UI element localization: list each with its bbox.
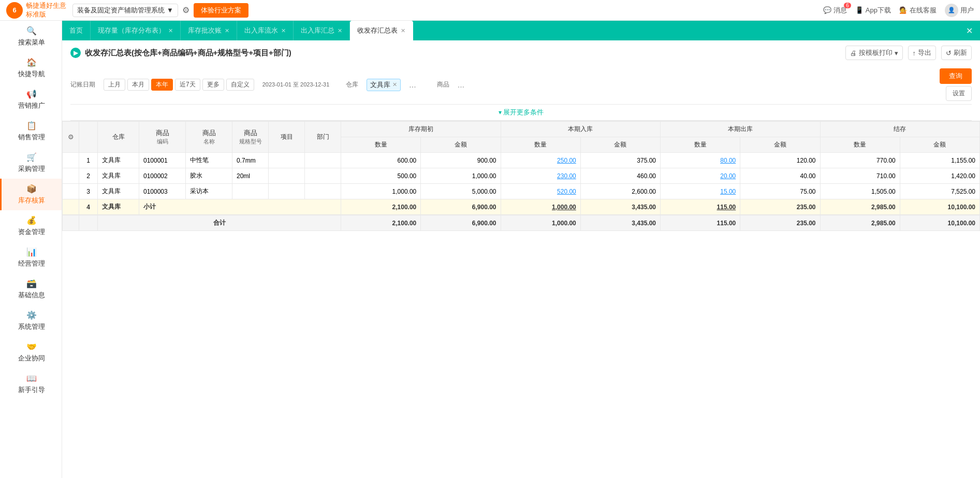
col-dept-header: 部门 xyxy=(305,122,341,153)
sidebar-item-guide[interactable]: 📖 新手引导 xyxy=(0,368,62,400)
row-out-amt: 75.00 xyxy=(740,184,820,199)
collapse-button[interactable]: ▶ xyxy=(70,48,81,58)
date-btn-last-month[interactable]: 上月 xyxy=(104,79,125,91)
date-btn-this-year[interactable]: 本年 xyxy=(151,79,173,91)
chevron-down-icon: ▾ xyxy=(895,49,898,57)
row-out-qty[interactable]: 80.00 xyxy=(661,153,740,168)
close-icon[interactable]: ✕ xyxy=(338,27,342,34)
settings-button[interactable]: 设置 xyxy=(946,86,972,101)
subtotal-warehouse: 文具库 xyxy=(98,199,139,215)
tab-flow[interactable]: 出入库流水 ✕ xyxy=(237,21,294,40)
row-in-amt: 2,600.00 xyxy=(580,184,660,199)
row-opening-qty: 600.00 xyxy=(341,153,421,168)
subtotal-out-qty[interactable]: 115.00 xyxy=(661,199,740,215)
row-in-qty[interactable]: 250.00 xyxy=(501,153,580,168)
row-warehouse: 文具库 xyxy=(98,153,139,168)
table-settings-icon[interactable]: ⚙ xyxy=(68,133,74,141)
close-icon[interactable]: ✕ xyxy=(401,27,405,34)
online-service-button[interactable]: 💁 在线客服 xyxy=(899,6,937,15)
refresh-icon: ↺ xyxy=(946,49,952,57)
template-print-button[interactable]: 🖨 按模板打印 ▾ xyxy=(845,46,903,60)
refresh-button[interactable]: ↺ 刷新 xyxy=(941,46,972,60)
sidebar-item-marketing[interactable]: 📢 营销推广 xyxy=(0,84,62,115)
col-opening-amt-header: 金额 xyxy=(421,137,501,153)
sidebar-item-quick-nav[interactable]: 🏠 快捷导航 xyxy=(0,52,62,84)
date-btn-7days[interactable]: 近7天 xyxy=(175,79,200,91)
sidebar-item-purchase[interactable]: 🛒 采购管理 xyxy=(0,147,62,179)
tab-summary[interactable]: 出入库汇总 ✕ xyxy=(294,21,350,40)
subtotal-opening-qty: 2,100.00 xyxy=(341,199,421,215)
tab-receive-send[interactable]: 收发存汇总表 ✕ xyxy=(350,21,413,40)
settings-icon[interactable]: ⚙ xyxy=(182,5,189,15)
subtotal-in-qty[interactable]: 1,000.00 xyxy=(501,199,580,215)
close-icon[interactable]: ✕ xyxy=(168,27,173,34)
database-icon: 🗃️ xyxy=(26,279,37,288)
total-opening-qty: 2,100.00 xyxy=(341,215,421,231)
sidebar-item-sales[interactable]: 📋 销售管理 xyxy=(0,115,62,147)
subtotal-in-amt: 3,435.00 xyxy=(580,199,660,215)
sidebar-item-operations[interactable]: 📊 经营管理 xyxy=(0,242,62,273)
col-opening-header: 库存期初 xyxy=(341,122,501,137)
warehouse-tag[interactable]: 文具库 ✕ xyxy=(367,79,401,91)
user-avatar[interactable]: 👤 用户 xyxy=(945,4,974,17)
col-name-header: 商品 名称 xyxy=(186,122,232,153)
sidebar-item-basic[interactable]: 🗃️ 基础信息 xyxy=(0,273,62,305)
table-row: 3 文具库 0100003 采访本 1,000.00 5,000.00 520.… xyxy=(63,184,980,199)
row-in-qty[interactable]: 230.00 xyxy=(501,168,580,184)
row-settings xyxy=(63,184,79,199)
sidebar-item-search[interactable]: 🔍 搜索菜单 xyxy=(0,21,62,52)
tab-inventory-dist[interactable]: 现存量（库存分布表） ✕ xyxy=(91,21,181,40)
total-opening-amt: 6,900.00 xyxy=(421,215,501,231)
row-no: 2 xyxy=(79,168,98,184)
col-balance-amt-header: 金额 xyxy=(900,137,979,153)
sidebar-item-inventory[interactable]: 📦 库存核算 xyxy=(0,179,62,210)
goods-more-icon[interactable]: ... xyxy=(458,80,464,90)
row-spec: 20ml xyxy=(232,168,269,184)
row-out-qty[interactable]: 20.00 xyxy=(661,168,740,184)
sidebar-item-finance[interactable]: 💰 资金管理 xyxy=(0,210,62,242)
row-in-amt: 460.00 xyxy=(580,168,660,184)
trial-button[interactable]: 体验行业方案 xyxy=(194,3,248,18)
row-opening-qty: 500.00 xyxy=(341,168,421,184)
row-spec: 0.7mm xyxy=(232,153,269,168)
box-icon: 📦 xyxy=(26,184,37,194)
date-btn-more[interactable]: 更多 xyxy=(202,79,224,91)
expand-conditions-row[interactable]: ▾ 展开更多条件 xyxy=(70,105,972,121)
row-name: 胶水 xyxy=(186,168,232,184)
row-code: 0100002 xyxy=(139,168,186,184)
total-no-cell xyxy=(79,215,98,231)
notifications-button[interactable]: 💬 消息 6 xyxy=(823,6,847,15)
sidebar-item-system[interactable]: ⚙️ 系统管理 xyxy=(0,305,62,337)
total-balance-qty: 2,985.00 xyxy=(820,215,900,231)
warehouse-more-icon[interactable]: ... xyxy=(409,80,416,90)
close-icon[interactable]: ✕ xyxy=(281,27,286,34)
subtotal-balance-amt: 10,100.00 xyxy=(900,199,979,215)
tab-batch-ledger[interactable]: 库存批次账 ✕ xyxy=(181,21,237,40)
row-warehouse: 文具库 xyxy=(98,184,139,199)
row-balance-amt: 7,525.00 xyxy=(900,184,979,199)
tab-home[interactable]: 首页 xyxy=(62,21,91,40)
row-in-qty[interactable]: 520.00 xyxy=(501,184,580,199)
date-btn-custom[interactable]: 自定义 xyxy=(226,79,254,91)
date-filter-label: 记账日期 xyxy=(70,80,95,89)
page-title: 收发存汇总表(按仓库+商品编码+商品+规格型号+项目+部门) xyxy=(85,48,291,58)
query-button[interactable]: 查询 xyxy=(940,68,972,84)
sidebar: 🔍 搜索菜单 🏠 快捷导航 📢 营销推广 📋 销售管理 🛒 采购管理 📦 库存核… xyxy=(0,21,62,478)
app-download-button[interactable]: 📱 App下载 xyxy=(855,6,891,15)
sidebar-item-collab[interactable]: 🤝 企业协同 xyxy=(0,337,62,368)
gear-icon: ⚙️ xyxy=(26,310,37,320)
tag-close-icon[interactable]: ✕ xyxy=(392,81,397,88)
export-button[interactable]: ↑ 导出 xyxy=(908,46,937,60)
row-warehouse: 文具库 xyxy=(98,168,139,184)
warehouse-label: 仓库 xyxy=(346,80,358,89)
total-out-qty: 115.00 xyxy=(661,215,740,231)
system-selector[interactable]: 装备及固定资产辅助管理系统 ▼ xyxy=(72,4,178,17)
row-out-qty[interactable]: 15.00 xyxy=(661,184,740,199)
date-btn-this-month[interactable]: 本月 xyxy=(127,79,149,91)
total-in-qty: 1,000.00 xyxy=(501,215,580,231)
subtotal-row: 4 文具库 小计 2,100.00 6,900.00 1,000.00 3,43… xyxy=(63,199,980,215)
row-no: 3 xyxy=(79,184,98,199)
tab-close-all-button[interactable]: ✕ xyxy=(959,26,980,36)
close-icon[interactable]: ✕ xyxy=(225,27,229,34)
row-opening-amt: 5,000.00 xyxy=(421,184,501,199)
